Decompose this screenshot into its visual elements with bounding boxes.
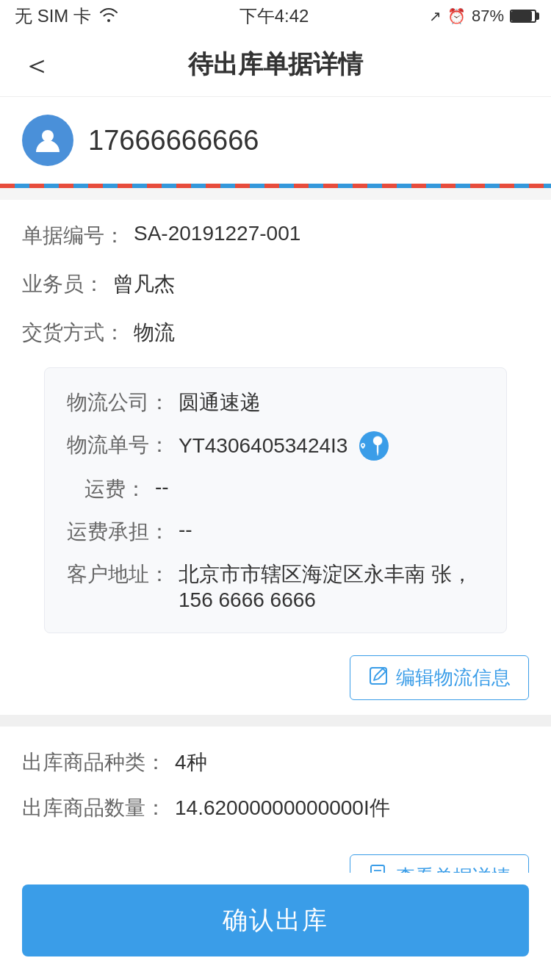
confirm-button[interactable]: 确认出库 (22, 884, 529, 956)
product-quantity-label: 出库商品数量： (22, 794, 175, 822)
order-no-row: 单据编号： SA-20191227-001 (22, 222, 529, 250)
confirm-btn-container: 确认出库 (0, 873, 551, 980)
person-icon (33, 126, 62, 155)
back-button[interactable]: ＜ (22, 43, 66, 87)
status-left: 无 SIM 卡 (15, 4, 119, 28)
order-no-value: SA-20191227-001 (134, 222, 529, 245)
freight-bearer-label: 运费承担： (67, 518, 179, 546)
status-bar: 无 SIM 卡 下午4:42 ↗ ⏰ 87% (0, 0, 551, 32)
page-title: 待出库单据详情 (188, 48, 363, 82)
svg-point-0 (42, 130, 54, 142)
freight-label: 运费： (67, 475, 155, 503)
time-label: 下午4:42 (240, 4, 309, 28)
salesperson-label: 业务员： (22, 270, 113, 298)
salesperson-value: 曾凡杰 (113, 270, 529, 298)
delivery-label: 交货方式： (22, 319, 134, 347)
status-right: ↗ ⏰ 87% (429, 7, 536, 26)
location-status-icon: ↗ (429, 7, 442, 25)
nav-bar: ＜ 待出库单据详情 (0, 32, 551, 97)
battery-label: 87% (472, 7, 504, 26)
customer-section: 17666666666 (0, 97, 551, 184)
address-row: 客户地址： 北京市市辖区海淀区永丰南 张，156 6666 6666 (67, 561, 484, 612)
carrier-label: 无 SIM 卡 (15, 4, 91, 28)
product-types-row: 出库商品种类： 4种 (22, 749, 529, 777)
tracking-value-row: YT43064053424I3 (179, 431, 389, 461)
product-quantity-row: 出库商品数量： 14.62000000000000I件 (22, 794, 529, 822)
tracking-row: 物流单号： YT43064053424I3 (67, 431, 484, 461)
freight-value: -- (155, 475, 484, 499)
delivery-row: 交货方式： 物流 (22, 319, 529, 347)
address-value: 北京市市辖区海淀区永丰南 张，156 6666 6666 (179, 561, 484, 612)
logistics-company-label: 物流公司： (67, 389, 179, 417)
freight-row: 运费： -- (67, 475, 484, 503)
dashed-divider (0, 184, 551, 188)
order-info-card: 单据编号： SA-20191227-001 业务员： 曾凡杰 交货方式： 物流 … (0, 200, 551, 655)
logistics-card: 物流公司： 圆通速递 物流单号： YT43064053424I3 (44, 367, 507, 633)
edit-logistics-button[interactable]: 编辑物流信息 (350, 655, 529, 700)
product-quantity-value: 14.62000000000000I件 (175, 794, 390, 822)
avatar (22, 115, 73, 166)
edit-logistics-label: 编辑物流信息 (396, 665, 511, 691)
order-no-label: 单据编号： (22, 222, 134, 250)
edit-icon (368, 666, 389, 691)
battery-icon (510, 10, 536, 23)
alarm-icon: ⏰ (447, 7, 466, 25)
freight-bearer-row: 运费承担： -- (67, 518, 484, 546)
delivery-value: 物流 (134, 319, 529, 347)
address-label: 客户地址： (67, 561, 179, 588)
tracking-no-value: YT43064053424I3 (179, 434, 347, 458)
product-types-value: 4种 (175, 749, 207, 777)
freight-bearer-value: -- (179, 518, 484, 541)
svg-point-2 (362, 444, 364, 447)
product-types-label: 出库商品种类： (22, 749, 175, 777)
salesperson-row: 业务员： 曾凡杰 (22, 270, 529, 298)
customer-phone: 17666666666 (88, 125, 259, 156)
tracking-label: 物流单号： (67, 431, 179, 459)
tracking-location-icon[interactable] (359, 431, 389, 461)
wifi-icon (98, 6, 119, 26)
edit-logistics-row: 编辑物流信息 (0, 655, 551, 715)
product-section: 出库商品种类： 4种 出库商品数量： 14.62000000000000I件 (0, 727, 551, 840)
logistics-company-row: 物流公司： 圆通速递 (67, 389, 484, 417)
section-separator (0, 715, 551, 727)
logistics-company-value: 圆通速递 (179, 389, 484, 417)
